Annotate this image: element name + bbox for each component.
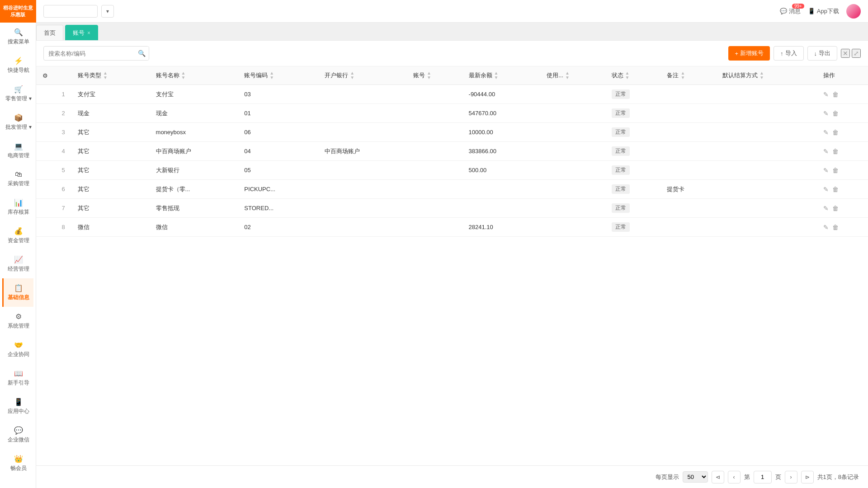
row-account-7 (408, 218, 463, 237)
row-name-4: 大新银行 (151, 161, 239, 180)
sidebar-item-basic[interactable]: 📋 基础信息 (2, 278, 33, 307)
row-remark-6 (661, 199, 717, 218)
col-name[interactable]: 账号名称 ▲▼ (151, 66, 239, 85)
sidebar-item-shortcut[interactable]: ⚡ 快捷导航 (2, 51, 33, 80)
row-remark-4 (661, 161, 717, 180)
row-usage-3 (541, 142, 606, 161)
sidebar-label-inventory: 库存核算 (8, 208, 29, 216)
col-status[interactable]: 状态 ▲▼ (606, 66, 662, 85)
page-size-label: 每页显示 (656, 473, 679, 481)
row-usage-6 (541, 199, 606, 218)
sidebar-item-appstore[interactable]: 📱 应用中心 (2, 392, 33, 421)
import-button[interactable]: ↑ 导入 (774, 46, 804, 61)
row-name-7: 微信 (151, 218, 239, 237)
table-row: 3 其它 moneybosx 06 10000.00 正常 ✎ 🗑 (36, 123, 868, 142)
delete-icon-1[interactable]: 🗑 (832, 110, 839, 117)
row-remark-0 (661, 85, 717, 104)
sidebar-item-search[interactable]: 🔍 搜索菜单 (2, 23, 33, 51)
row-action-4: ✎ 🗑 (818, 161, 868, 180)
maximize-window-button[interactable]: ⤢ (852, 49, 861, 58)
col-type[interactable]: 账号类型 ▲▼ (72, 66, 151, 85)
sidebar-icon-appstore: 📱 (14, 398, 23, 406)
edit-icon-4[interactable]: ✎ (823, 167, 829, 174)
close-window-button[interactable]: ✕ (841, 49, 850, 58)
first-page-button[interactable]: ⊲ (712, 471, 724, 483)
page-input[interactable] (754, 471, 772, 483)
sidebar-item-operations[interactable]: 📈 经营管理 (2, 250, 33, 278)
search-button[interactable]: 🔍 (134, 46, 149, 61)
sidebar-icon-operations: 📈 (14, 255, 23, 264)
search-input[interactable] (44, 50, 134, 57)
col-usage[interactable]: 使用... ▲▼ (541, 66, 606, 85)
sidebar-item-guide[interactable]: 📖 新手引导 (2, 364, 33, 392)
prev-page-button[interactable]: ‹ (728, 471, 741, 483)
row-settlement-0 (717, 85, 817, 104)
add-account-button[interactable]: + 新增账号 (728, 46, 770, 61)
row-usage-4 (541, 161, 606, 180)
top-search-input[interactable] (43, 5, 98, 18)
delete-icon-6[interactable]: 🗑 (832, 205, 839, 212)
row-type-5: 其它 (72, 180, 151, 199)
next-page-button[interactable]: › (785, 471, 797, 483)
edit-icon-6[interactable]: ✎ (823, 205, 829, 212)
edit-icon-1[interactable]: ✎ (823, 110, 829, 117)
export-button[interactable]: ↓ 导出 (807, 46, 838, 61)
tab-account[interactable]: 账号× (65, 25, 98, 40)
page-size-select[interactable]: 50 10 20 100 (683, 471, 708, 483)
sidebar-item-inventory[interactable]: 📊 库存核算 (2, 193, 33, 221)
delete-icon-4[interactable]: 🗑 (832, 167, 839, 174)
row-settings-7 (36, 218, 54, 237)
row-num-4: 5 (54, 161, 72, 180)
tab-label-account: 账号 (73, 29, 85, 37)
dropdown-button[interactable]: ▾ (101, 5, 114, 18)
page-text: 第 (744, 473, 750, 481)
row-type-7: 微信 (72, 218, 151, 237)
row-remark-7 (661, 218, 717, 237)
row-type-2: 其它 (72, 123, 151, 142)
col-code[interactable]: 账号编码 ▲▼ (239, 66, 319, 85)
app-logo[interactable]: 稻谷进时生意 乐惠版 (0, 0, 36, 23)
col-balance[interactable]: 最新余额 ▲▼ (463, 66, 542, 85)
top-header: ▾ 💬 消息 99+ 📱 App下载 (36, 0, 868, 23)
sidebar-item-enterprise[interactable]: 🤝 企业协同 (2, 335, 33, 364)
edit-icon-5[interactable]: ✎ (823, 186, 829, 193)
row-settings-6 (36, 199, 54, 218)
sort-icon-type: ▲▼ (103, 71, 108, 80)
row-action-0: ✎ 🗑 (818, 85, 868, 104)
edit-icon-3[interactable]: ✎ (823, 148, 829, 155)
sidebar: 稻谷进时生意 乐惠版 🔍 搜索菜单 ⚡ 快捷导航 🛒 零售管理 ▾ 📦 批发管理… (0, 0, 36, 488)
col-num (54, 66, 72, 85)
tab-home[interactable]: 首页 (36, 25, 63, 40)
col-remark[interactable]: 备注 ▲▼ (661, 66, 717, 85)
edit-icon-2[interactable]: ✎ (823, 129, 829, 136)
sidebar-item-wholesale[interactable]: 📦 批发管理 ▾ (2, 108, 33, 136)
notification-button[interactable]: 💬 消息 99+ (780, 7, 801, 15)
sidebar-item-retail[interactable]: 🛒 零售管理 ▾ (2, 80, 33, 108)
sidebar-item-ecommerce[interactable]: 💻 电商管理 (2, 136, 33, 165)
delete-icon-5[interactable]: 🗑 (832, 186, 839, 193)
col-bank[interactable]: 开户银行 ▲▼ (319, 66, 408, 85)
sidebar-item-vip[interactable]: 👑 畅会员 (2, 449, 33, 478)
col-account[interactable]: 账号 ▲▼ (408, 66, 463, 85)
sort-icon-status: ▲▼ (625, 71, 630, 80)
sidebar-item-purchase[interactable]: 🛍 采购管理 (2, 165, 33, 193)
table-row: 5 其它 大新银行 05 500.00 正常 ✎ 🗑 (36, 161, 868, 180)
sidebar-item-capital[interactable]: 💰 资金管理 (2, 221, 33, 250)
user-avatar[interactable] (846, 4, 861, 19)
col-settings[interactable]: ⚙ (36, 66, 54, 85)
edit-icon-0[interactable]: ✎ (823, 91, 829, 98)
row-code-0: 03 (239, 85, 319, 104)
main-wrapper: ▾ 💬 消息 99+ 📱 App下载 首页账号× 🔍 (36, 0, 868, 488)
sort-icon-code: ▲▼ (269, 71, 274, 80)
sidebar-item-wechat[interactable]: 💬 企业微信 (2, 421, 33, 449)
app-download-button[interactable]: 📱 App下载 (808, 7, 839, 15)
delete-icon-0[interactable]: 🗑 (832, 91, 839, 98)
sidebar-item-system[interactable]: ⚙ 系统管理 (2, 307, 33, 335)
delete-icon-3[interactable]: 🗑 (832, 148, 839, 155)
tab-close-account[interactable]: × (87, 30, 90, 36)
edit-icon-7[interactable]: ✎ (823, 224, 829, 231)
last-page-button[interactable]: ⊳ (801, 471, 814, 483)
delete-icon-2[interactable]: 🗑 (832, 129, 839, 136)
col-default-settlement[interactable]: 默认结算方式 ▲▼ (717, 66, 817, 85)
delete-icon-7[interactable]: 🗑 (832, 224, 839, 231)
